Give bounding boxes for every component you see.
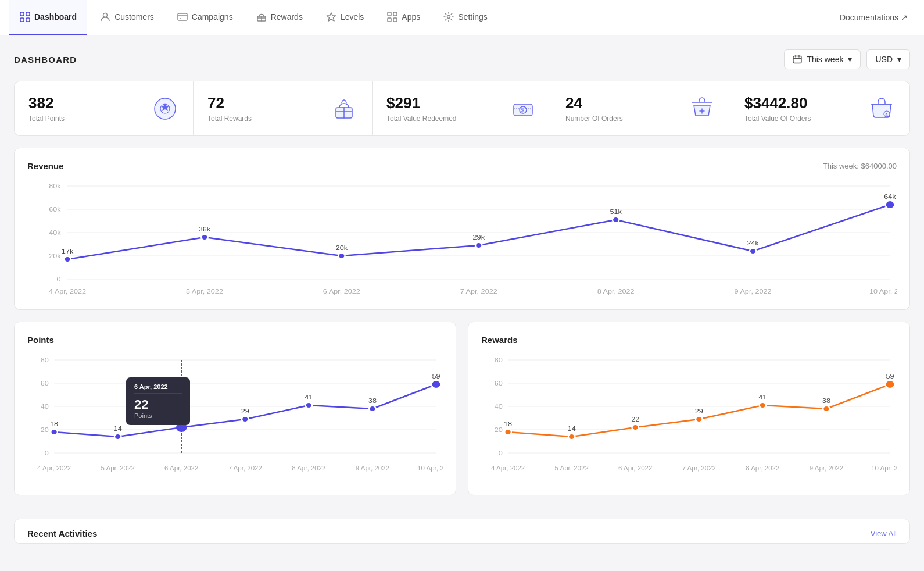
header-controls: This week ▾ USD ▾ <box>784 49 910 69</box>
recent-activities-card: Recent Activities View All <box>14 519 910 544</box>
svg-rect-8 <box>388 12 391 16</box>
nav-rewards[interactable]: Rewards <box>246 0 313 35</box>
stat-card-total-orders: $3442.80 Total Value Of Orders $ <box>730 81 909 135</box>
svg-point-32 <box>64 256 71 262</box>
svg-text:18: 18 <box>50 420 59 428</box>
svg-text:17k: 17k <box>62 248 73 255</box>
page-title: DASHBOARD <box>14 55 77 65</box>
svg-point-35 <box>475 242 482 248</box>
settings-icon <box>443 12 454 22</box>
total-orders-icon: $ <box>868 95 896 123</box>
svg-point-38 <box>885 201 894 209</box>
tooltip-label: Points <box>134 412 182 419</box>
points-chart-header: Points <box>27 335 443 345</box>
svg-text:6 Apr, 2022: 6 Apr, 2022 <box>323 288 360 295</box>
nav-campaigns[interactable]: Campaigns <box>167 0 243 35</box>
nav-rewards-label: Rewards <box>271 12 303 22</box>
campaigns-icon <box>177 12 188 22</box>
nav-customers[interactable]: Customers <box>89 0 164 35</box>
svg-text:8 Apr, 2022: 8 Apr, 2022 <box>292 465 325 472</box>
svg-text:51k: 51k <box>610 208 621 216</box>
svg-point-64 <box>114 434 121 440</box>
svg-point-96 <box>568 434 575 440</box>
points-svg: 80 60 40 20 0 18 14 <box>27 354 443 482</box>
svg-text:18: 18 <box>504 420 513 428</box>
header-row: DASHBOARD This week ▾ USD ▾ <box>14 49 910 69</box>
nav-dashboard-label: Dashboard <box>34 12 77 22</box>
svg-rect-9 <box>393 12 397 16</box>
points-chart-card: Points 80 60 40 20 0 <box>14 322 456 495</box>
svg-text:40: 40 <box>41 403 49 411</box>
svg-text:41: 41 <box>305 394 313 401</box>
svg-rect-3 <box>26 18 30 22</box>
svg-text:60: 60 <box>495 380 503 387</box>
tooltip-value: 22 <box>134 397 182 412</box>
nav-levels[interactable]: Levels <box>316 0 374 35</box>
svg-rect-0 <box>20 12 24 16</box>
svg-point-6 <box>180 18 181 19</box>
svg-text:0: 0 <box>499 449 503 457</box>
nav-docs-label: Documentations ↗ <box>840 13 908 22</box>
svg-text:59: 59 <box>432 373 440 380</box>
svg-text:20k: 20k <box>336 244 348 252</box>
chevron-down-icon: ▾ <box>848 55 852 64</box>
bottom-charts: Points 80 60 40 20 0 <box>14 322 910 507</box>
svg-text:5 Apr, 2022: 5 Apr, 2022 <box>555 465 589 472</box>
svg-text:40: 40 <box>495 403 503 411</box>
points-chart-title: Points <box>27 335 54 345</box>
svg-rect-13 <box>793 56 801 63</box>
nav-apps[interactable]: Apps <box>377 0 431 35</box>
svg-text:10 Apr, 2022: 10 Apr, 2022 <box>869 288 897 295</box>
svg-text:20: 20 <box>495 426 503 434</box>
nav-settings[interactable]: Settings <box>433 0 498 35</box>
apps-icon <box>387 12 397 22</box>
svg-text:20k: 20k <box>49 252 60 260</box>
revenue-chart-title: Revenue <box>27 161 64 171</box>
svg-point-33 <box>201 234 208 240</box>
nav-dashboard[interactable]: Dashboard <box>9 0 87 35</box>
main-nav: Dashboard Customers Campaigns Rewards Le… <box>0 0 924 35</box>
stat-card-orders: 24 Number Of Orders <box>551 81 730 135</box>
levels-icon <box>326 12 336 22</box>
svg-text:8 Apr, 2022: 8 Apr, 2022 <box>597 288 635 295</box>
usd-dropdown[interactable]: USD ▾ <box>866 49 910 69</box>
view-all-link[interactable]: View All <box>871 529 897 538</box>
points-icon <box>151 95 179 123</box>
rewards-svg: 80 60 40 20 0 18 14 22 29 41 3 <box>481 354 897 482</box>
this-week-dropdown[interactable]: This week ▾ <box>784 49 861 69</box>
redeemed-icon: $ <box>509 95 537 123</box>
svg-text:59: 59 <box>886 373 894 380</box>
revenue-chart-subtitle: This week: $64000.00 <box>823 162 897 170</box>
rewards-chart-header: Rewards <box>481 335 897 345</box>
svg-text:38: 38 <box>822 397 831 405</box>
svg-point-66 <box>242 416 249 422</box>
rewards-chart-card: Rewards 80 60 40 20 0 <box>468 322 910 495</box>
svg-text:6 Apr, 2022: 6 Apr, 2022 <box>164 465 198 472</box>
nav-docs[interactable]: Documentations ↗ <box>833 13 915 22</box>
main-content: DASHBOARD This week ▾ USD ▾ 382 Total Po… <box>0 35 924 544</box>
svg-point-4 <box>103 13 108 17</box>
svg-point-34 <box>338 253 345 259</box>
svg-rect-10 <box>388 18 391 22</box>
svg-point-99 <box>760 402 767 408</box>
stat-label-redeemed: Total Value Redeemed <box>386 115 457 123</box>
svg-rect-2 <box>20 18 24 22</box>
svg-text:10 Apr, 2022: 10 Apr, 2022 <box>871 465 897 472</box>
recent-title: Recent Activities <box>27 529 97 538</box>
svg-point-36 <box>613 217 619 223</box>
svg-text:6 Apr, 2022: 6 Apr, 2022 <box>618 465 652 472</box>
svg-text:80: 80 <box>495 356 503 364</box>
svg-text:24k: 24k <box>747 240 758 247</box>
svg-text:0: 0 <box>56 276 60 283</box>
nav-customers-label: Customers <box>114 12 154 22</box>
svg-text:8 Apr, 2022: 8 Apr, 2022 <box>746 465 779 472</box>
revenue-chart-header: Revenue This week: $64000.00 <box>27 161 897 171</box>
stat-value-points: 382 <box>28 94 65 112</box>
svg-text:36k: 36k <box>199 226 210 233</box>
svg-text:7 Apr, 2022: 7 Apr, 2022 <box>460 288 497 295</box>
svg-text:41: 41 <box>758 394 767 401</box>
svg-rect-1 <box>26 12 30 16</box>
tooltip-date: 6 Apr, 2022 <box>134 383 182 394</box>
stat-value-redeemed: $291 <box>386 94 457 112</box>
svg-text:10 Apr, 2022: 10 Apr, 2022 <box>417 465 443 472</box>
